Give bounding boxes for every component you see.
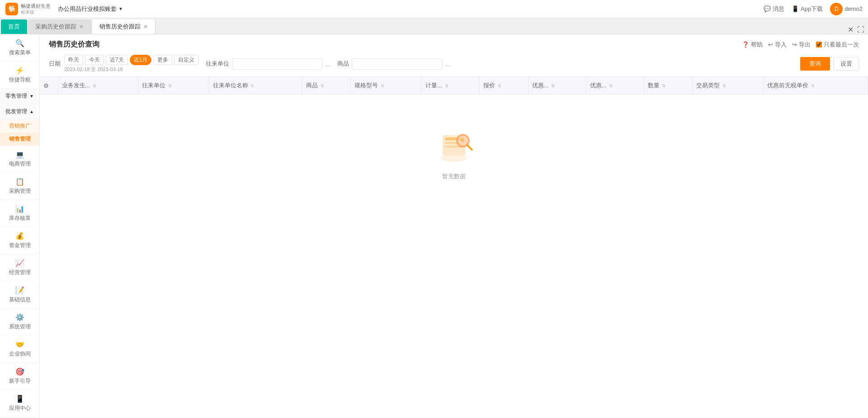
col-quoted-price[interactable]: 报价 ⇅ <box>480 77 528 95</box>
date-filter-group: 日期 昨天 今天 近7天 近1月 更多 自定义 2023-02-18 至 202… <box>49 55 198 73</box>
sort-arrows-quantity: ⇅ <box>662 83 665 88</box>
sidebar-item-wholesale-mgmt[interactable]: 批发管理 ▲ <box>0 104 39 119</box>
ecommerce-icon: 💻 <box>15 150 24 159</box>
col-unit[interactable]: 计量... ⇅ <box>422 77 480 95</box>
tab-purchase-history-close[interactable]: ✕ <box>79 24 84 30</box>
tab-bar-actions: ✕ ⛶ <box>848 25 868 34</box>
sort-arrows-goods: ⇅ <box>321 83 324 88</box>
filter-row: 日期 昨天 今天 近7天 近1月 更多 自定义 2023-02-18 至 202… <box>49 55 859 73</box>
sidebar-item-newbie-guide[interactable]: 🎯 新手引导 <box>0 363 39 390</box>
sidebar-item-finance-label: 资金管理 <box>9 242 31 249</box>
gear-icon: ⚙ <box>43 82 49 89</box>
sidebar-item-retail-mgmt-label: 零售管理 <box>5 92 27 100</box>
only-last-checkbox[interactable] <box>816 42 822 48</box>
table-container: ⚙ 业务发生... ⇅ 往来单位 ⇅ 往来单位名称 ⇅ <box>40 77 868 418</box>
empty-state: 暂无数据 <box>40 95 868 208</box>
sidebar-item-quick-nav[interactable]: ⚡ 快捷导航 <box>0 62 39 89</box>
sidebar-item-sales-mgmt[interactable]: 销售管理 <box>0 133 39 146</box>
message-button[interactable]: 💬 消息 <box>764 5 784 13</box>
date-btn-custom[interactable]: 自定义 <box>174 55 198 65</box>
sort-arrows-discount1: ⇅ <box>551 83 555 88</box>
import-icon: ↩ <box>768 41 773 48</box>
tab-close-all-button[interactable]: ✕ <box>848 25 854 34</box>
download-icon: 📱 <box>792 5 799 12</box>
import-button[interactable]: ↩ 导入 <box>768 41 787 49</box>
sidebar: 🔍 搜索菜单 ⚡ 快捷导航 零售管理 ▼ 批发管理 ▲ 营销推广 销售管理 💻 … <box>0 34 40 418</box>
sort-arrows-biz-date: ⇅ <box>93 83 96 88</box>
sort-arrows-pretax-price: ⇅ <box>811 83 815 88</box>
app-logo-icon: 畅 <box>5 3 18 15</box>
sort-arrows-spec: ⇅ <box>381 83 384 88</box>
data-table: ⚙ 业务发生... ⇅ 往来单位 ⇅ 往来单位名称 ⇅ <box>40 77 868 95</box>
app-download-button[interactable]: 📱 App下载 <box>792 5 823 13</box>
tab-purchase-history[interactable]: 采购历史价跟踪 ✕ <box>28 19 91 34</box>
sort-arrows-trade-type: ⇅ <box>722 83 726 88</box>
sidebar-item-system-mgmt[interactable]: ⚙️ 系统管理 <box>0 309 39 336</box>
page-title-row: 销售历史价查询 ❓ 帮助 ↩ 导入 ↪ 导出 <box>49 40 859 49</box>
date-btn-more[interactable]: 更多 <box>153 55 172 65</box>
coop-icon: 🤝 <box>15 340 24 349</box>
search-icon: 🔍 <box>15 39 24 48</box>
col-quantity[interactable]: 数量 ⇅ <box>644 77 692 95</box>
company-selector[interactable]: 办公用品行业模拟账套 ▼ <box>54 3 127 15</box>
sidebar-item-search-menu-label: 搜索菜单 <box>9 49 31 57</box>
export-button[interactable]: ↪ 导出 <box>792 41 811 49</box>
query-button[interactable]: 查询 <box>800 57 830 71</box>
sidebar-item-basic-info[interactable]: 📝 基础信息 <box>0 281 39 309</box>
partner-input[interactable] <box>232 58 322 70</box>
sidebar-item-inventory[interactable]: 📊 库存核算 <box>0 200 39 227</box>
col-discount1[interactable]: 优惠... ⇅ <box>528 77 586 95</box>
partner-filter-group: 往来单位 ... <box>206 58 330 70</box>
settings-button[interactable]: 设置 <box>834 57 859 71</box>
tab-maximize-button[interactable]: ⛶ <box>857 26 864 34</box>
date-btn-1month[interactable]: 近1月 <box>130 55 152 65</box>
date-btn-7days[interactable]: 近7天 <box>106 55 128 65</box>
sort-arrows-unit: ⇅ <box>445 83 448 88</box>
sidebar-item-enterprise-coop[interactable]: 🤝 企业协同 <box>0 336 39 363</box>
sidebar-item-marketing[interactable]: 营销推广 <box>0 119 39 133</box>
date-btn-yesterday[interactable]: 昨天 <box>64 55 83 65</box>
partner-dots-button[interactable]: ... <box>325 61 330 67</box>
export-icon: ↪ <box>792 41 797 48</box>
col-biz-date[interactable]: 业务发生... ⇅ <box>58 77 138 95</box>
col-trade-type[interactable]: 交易类型 ⇅ <box>693 77 764 95</box>
date-range-display: 2023-02-18 至 2023-03-18 <box>64 66 198 73</box>
col-discount2[interactable]: 优惠... ⇅ <box>586 77 644 95</box>
sort-arrows-quoted-price: ⇅ <box>498 83 501 88</box>
content-area: 销售历史价查询 ❓ 帮助 ↩ 导入 ↪ 导出 <box>40 34 868 418</box>
sidebar-item-finance[interactable]: 💰 资金管理 <box>0 227 39 254</box>
sidebar-item-sales-mgmt-label: 销售管理 <box>9 136 31 142</box>
chevron-up-icon: ▲ <box>29 109 34 114</box>
sidebar-item-ecommerce[interactable]: 💻 电商管理 <box>0 146 39 173</box>
date-label: 日期 <box>49 60 61 68</box>
col-spec[interactable]: 规格型号 ⇅ <box>351 77 422 95</box>
col-settings[interactable]: ⚙ <box>40 77 58 95</box>
page-title: 销售历史价查询 <box>49 40 99 49</box>
goods-dots-button[interactable]: ... <box>445 61 450 67</box>
table-header: ⚙ 业务发生... ⇅ 往来单位 ⇅ 往来单位名称 ⇅ <box>40 77 868 95</box>
col-pretax-price[interactable]: 优惠前无税单价 ⇅ <box>764 77 868 95</box>
goods-filter-group: 商品 ... <box>337 58 450 70</box>
sidebar-item-app-center[interactable]: 📱 应用中心 <box>0 390 39 417</box>
user-profile[interactable]: D demo2 <box>830 3 863 15</box>
col-goods[interactable]: 商品 ⇅ <box>302 77 350 95</box>
sidebar-item-search-menu[interactable]: 🔍 搜索菜单 <box>0 34 39 62</box>
sidebar-item-purchase[interactable]: 📋 采购管理 <box>0 173 39 200</box>
app-center-icon: 📱 <box>15 394 24 403</box>
header-right: 💬 消息 📱 App下载 D demo2 <box>764 3 863 15</box>
help-icon: ❓ <box>742 41 749 48</box>
page-actions: ❓ 帮助 ↩ 导入 ↪ 导出 只看最后一次 <box>742 41 859 49</box>
sort-arrows-discount2: ⇅ <box>609 83 613 88</box>
help-button[interactable]: ❓ 帮助 <box>742 41 763 49</box>
goods-input[interactable] <box>352 58 442 70</box>
sidebar-item-retail-mgmt[interactable]: 零售管理 ▼ <box>0 89 39 104</box>
col-partner-name[interactable]: 往来单位名称 ⇅ <box>209 77 302 95</box>
tab-sales-history-close[interactable]: ✕ <box>143 24 148 30</box>
date-btn-today[interactable]: 今天 <box>85 55 104 65</box>
sidebar-item-operations[interactable]: 📈 经营管理 <box>0 254 39 281</box>
tab-sales-history[interactable]: 销售历史价跟踪 ✕ <box>92 19 156 34</box>
col-partner-code[interactable]: 往来单位 ⇅ <box>138 77 209 95</box>
guide-icon: 🎯 <box>15 367 24 376</box>
tab-home[interactable]: 首页 <box>1 19 27 34</box>
partner-label: 往来单位 <box>206 60 229 68</box>
